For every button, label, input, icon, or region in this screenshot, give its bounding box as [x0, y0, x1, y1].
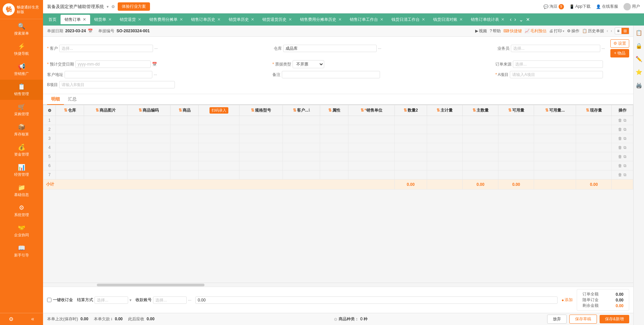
settings-button[interactable]: ⚙ 设置: [610, 39, 629, 48]
row-scan[interactable]: [199, 152, 239, 161]
row-available[interactable]: [498, 152, 534, 161]
row-main-qty[interactable]: [463, 143, 498, 152]
sidebar-item-marketing[interactable]: 📢 营销推广: [0, 59, 43, 80]
tab-close-icon[interactable]: ✕: [380, 17, 383, 22]
tab-sales-return[interactable]: 销货单 ✕: [90, 15, 116, 24]
scroll-indicator[interactable]: [43, 283, 633, 287]
sidebar-item-quick-nav[interactable]: ⚡ 快捷导航: [0, 39, 43, 59]
right-panel-icon-3[interactable]: ✏️: [634, 54, 644, 64]
row-product-code[interactable]: [127, 161, 171, 170]
row-product-code[interactable]: [127, 125, 171, 134]
delete-row-icon[interactable]: 🗑: [618, 154, 622, 159]
copy-row-icon[interactable]: ⧉: [623, 163, 627, 168]
th-available[interactable]: ⇅可用量: [498, 105, 534, 116]
delivery-date-input[interactable]: [75, 60, 151, 68]
address-more-icon[interactable]: ···: [154, 72, 157, 77]
row-spec[interactable]: [239, 134, 283, 143]
help-btn[interactable]: ? 帮助: [490, 28, 501, 34]
row-image[interactable]: [84, 170, 127, 179]
customer-input[interactable]: [59, 45, 153, 52]
row-action[interactable]: 🗑 ⧉: [612, 170, 633, 179]
row-unit[interactable]: [348, 134, 394, 143]
warehouse-input[interactable]: [283, 45, 377, 52]
goods-button[interactable]: + 物品: [610, 49, 629, 57]
row-available2[interactable]: [534, 116, 576, 125]
payment-dropdown-icon[interactable]: ▾: [129, 298, 131, 302]
row-product[interactable]: [171, 161, 199, 170]
receipt-more-icon[interactable]: ···: [188, 298, 191, 302]
calendar-icon[interactable]: 📅: [88, 29, 93, 33]
date-picker-icon[interactable]: 📅: [152, 62, 157, 67]
tab-nav-expand[interactable]: ⌄: [518, 16, 525, 23]
tab-close-icon[interactable]: ✕: [217, 17, 221, 22]
row-product[interactable]: [171, 125, 199, 134]
shortcut-btn[interactable]: ⌨ 快捷键: [503, 28, 522, 34]
tab-sales-history[interactable]: 销售订单历史 ✕: [187, 15, 225, 24]
row-available2[interactable]: [534, 170, 576, 179]
header-nav-next[interactable]: ›: [611, 29, 612, 33]
row-product-code[interactable]: [127, 143, 171, 152]
debt-info-icon[interactable]: ℹ: [111, 317, 112, 321]
row-qty2[interactable]: [394, 152, 427, 161]
row-product[interactable]: [171, 143, 199, 152]
row-scan[interactable]: [199, 170, 239, 179]
row-warehouse[interactable]: [56, 143, 84, 152]
th-main-unit[interactable]: ⇅主计量: [427, 105, 462, 116]
tab-close-icon[interactable]: ✕: [289, 17, 292, 22]
save-draft-button[interactable]: 保存草稿: [569, 315, 597, 324]
row-available2[interactable]: [534, 161, 576, 170]
row-main-qty[interactable]: [463, 161, 498, 170]
row-image[interactable]: [84, 116, 127, 125]
row-scan[interactable]: [199, 161, 239, 170]
row-warehouse[interactable]: [56, 125, 84, 134]
add-button[interactable]: ● 添加: [562, 297, 573, 303]
table-wrapper[interactable]: ⚙ ⇅仓库 ⇅商品图片 ⇅商品编码 ⇅商品 扫码录入 ⇅规格型号 ⇅客户...ℹ…: [43, 105, 633, 283]
experience-plan-button[interactable]: 体验行业方案: [118, 2, 150, 11]
row-main-qty[interactable]: [463, 125, 498, 134]
tab-home[interactable]: 首页: [44, 15, 61, 24]
discard-button[interactable]: 放弃: [547, 315, 567, 324]
row-spec[interactable]: [239, 170, 283, 179]
tab-close-icon[interactable]: ✕: [501, 17, 504, 22]
row-warehouse[interactable]: [56, 161, 84, 170]
th-available2[interactable]: ⇅可用量...: [534, 105, 576, 116]
order-source-input[interactable]: [513, 60, 603, 68]
row-main-unit[interactable]: [427, 134, 462, 143]
row-unit[interactable]: [348, 161, 394, 170]
sidebar-item-enterprise[interactable]: 🤝 企业协同: [0, 221, 43, 241]
view-btn[interactable]: ▶ 视频: [475, 28, 487, 34]
row-scan[interactable]: [199, 143, 239, 152]
copy-row-icon[interactable]: ⧉: [623, 118, 627, 123]
th-product[interactable]: ⇅商品: [171, 105, 199, 116]
row-available2[interactable]: [534, 125, 576, 134]
row-customer-code[interactable]: [282, 152, 320, 161]
row-product-code[interactable]: [127, 116, 171, 125]
right-panel-icon-4[interactable]: ⭐: [634, 68, 644, 77]
right-panel-icon-2[interactable]: 🔒: [634, 41, 644, 50]
tab-close-icon[interactable]: ✕: [138, 17, 141, 22]
row-stock[interactable]: [576, 161, 612, 170]
row-main-unit[interactable]: [427, 116, 462, 125]
warehouse-more-icon[interactable]: ···: [378, 46, 381, 51]
tab-sales-refund-history[interactable]: 销货退货历史 ✕: [258, 15, 296, 24]
row-product-code[interactable]: [127, 152, 171, 161]
payment-method-input[interactable]: [94, 296, 128, 304]
row-available[interactable]: [498, 125, 534, 134]
row-action[interactable]: 🗑 ⧉: [612, 116, 633, 125]
row-customer-code[interactable]: [282, 143, 320, 152]
row-spec[interactable]: [239, 152, 283, 161]
sidebar-collapse-icon[interactable]: «: [31, 316, 34, 322]
row-action[interactable]: 🗑 ⧉: [612, 134, 633, 143]
project-a-input[interactable]: [510, 71, 603, 78]
right-panel-icon-5[interactable]: 🖨️: [634, 81, 644, 90]
row-product-code[interactable]: [127, 134, 171, 143]
row-attributes[interactable]: [320, 143, 348, 152]
row-image[interactable]: [84, 134, 127, 143]
th-customer-code[interactable]: ⇅客户...ℹ: [282, 105, 320, 116]
sidebar-item-operations[interactable]: 📊 经营管理: [0, 160, 43, 180]
th-attributes[interactable]: ⇅属性: [320, 105, 348, 116]
row-unit[interactable]: [348, 143, 394, 152]
row-action[interactable]: 🗑 ⧉: [612, 143, 633, 152]
topbar-settings-icon[interactable]: ⚙: [111, 4, 115, 9]
row-stock[interactable]: [576, 152, 612, 161]
